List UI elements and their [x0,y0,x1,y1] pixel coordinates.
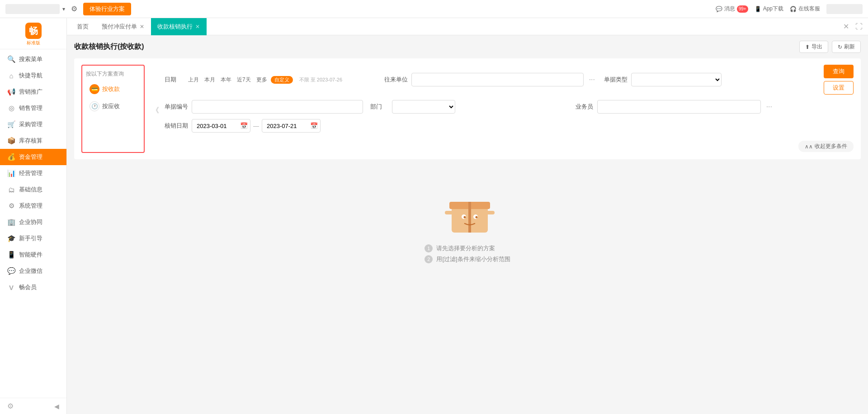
dept-select[interactable] [392,100,455,114]
collapse-more-label: 收起更多条件 [815,143,847,150]
date-custom-tag[interactable]: 自定义 [271,76,293,84]
content-area: 首页 预付冲应付单 ✕ 收款核销执行 ✕ ✕ ⛶ 收款核销执行(按收款) [67,18,868,414]
sidebar-item-guide[interactable]: 🎓 新手引导 [0,230,66,247]
sidebar-item-basic[interactable]: 🗂 基础信息 [0,181,66,198]
counterpart-input[interactable] [411,73,584,86]
dept-label: 部门 [370,103,388,111]
basic-icon: 🗂 [7,186,15,194]
store-dropdown[interactable]: ▾ [62,6,65,12]
marketing-icon: 📢 [7,88,15,96]
page-header: 收款核销执行(按收款) ⬆ 导出 ↻ 刷新 [74,41,861,53]
query-buttons: 查询 设置 [824,65,854,95]
settings-icon[interactable]: ⚙ [68,3,80,15]
sidebar-logo: 畅 标准版 [0,18,66,49]
industry-button[interactable]: 体验行业方案 [83,3,131,15]
tab-prepay[interactable]: 预付冲应付单 ✕ [95,18,151,35]
tab-collection-close[interactable]: ✕ [195,24,200,30]
export-label: 导出 [811,43,822,51]
member-icon: V [7,284,15,291]
refresh-button[interactable]: ↻ 刷新 [832,41,861,53]
filter-option-receivable-label: 按应收 [102,102,120,110]
sidebar-item-business[interactable]: 📊 经营管理 [0,165,66,181]
dept-field: 部门 [370,100,569,114]
staff-input[interactable] [597,100,760,114]
writeoff-end-calendar-icon[interactable]: 📅 [310,122,318,129]
date-7-days[interactable]: 近7天 [235,76,253,84]
search-icon: 🔍 [7,55,15,63]
sidebar-label-basic: 基础信息 [19,186,42,194]
sidebar-item-hardware[interactable]: 📱 智能硬件 [0,247,66,263]
online-service-item[interactable]: 🎧 在线客服 [790,5,820,13]
filter-panel: 按以下方案查询 💳 按收款 🕐 按应收 《 [74,58,861,159]
tab-expand-icon[interactable]: ⛶ [854,21,864,33]
app-download-item[interactable]: 📱 App下载 [755,5,783,13]
sidebar-collapse-icon[interactable]: ◀ [54,403,59,410]
filter-row-1: 日期 上月 本月 本年 近7天 更多 自定义 不限 至 2023-07-26 [165,65,854,95]
tab-home[interactable]: 首页 [71,18,95,35]
enterprise-icon: 🏢 [7,218,15,226]
receivable-option-icon: 🕐 [90,101,99,111]
sidebar-item-marketing[interactable]: 📢 营销推广 [0,84,66,100]
sidebar-item-system[interactable]: ⚙ 系统管理 [0,198,66,214]
guide-icon: 🎓 [7,234,15,243]
tab-collection[interactable]: 收款核销执行 ✕ [151,18,207,35]
message-badge: 99+ [737,5,748,13]
doc-no-input[interactable] [192,100,363,114]
sidebar-item-member[interactable]: V 畅会员 [0,279,66,295]
svg-rect-2 [468,202,471,233]
sidebar-label-marketing: 营销推广 [19,88,42,96]
sidebar-item-purchase[interactable]: 🛒 采购管理 [0,116,66,133]
tab-prepay-close[interactable]: ✕ [140,24,144,30]
tab-close-all-icon[interactable]: ✕ [841,20,851,33]
sidebar-menu: 🔍 搜索菜单 ⌂ 快捷导航 📢 营销推广 ◎ 销售管理 🛒 采购管理 📦 库 [0,49,66,398]
filter-option-collection[interactable]: 💳 按收款 [86,81,140,97]
staff-dots[interactable]: ··· [764,103,774,111]
export-button[interactable]: ⬆ 导出 [799,41,828,53]
filter-form: 日期 上月 本月 本年 近7天 更多 自定义 不限 至 2023-07-26 [165,65,854,153]
sidebar-item-quick-nav[interactable]: ⌂ 快捷导航 [0,67,66,84]
filter-collapse-button[interactable]: 《 [152,68,159,153]
doc-no-field: 单据编号 [165,100,363,114]
collapse-more: ∧∧ 收起更多条件 [165,138,854,153]
doc-type-select[interactable] [631,73,722,86]
counterpart-dots[interactable]: ··· [587,76,597,84]
user-avatar[interactable] [826,4,863,14]
query-button[interactable]: 查询 [824,65,854,78]
message-icon: 💬 [716,6,722,12]
sidebar-label-finance: 资金管理 [19,153,42,161]
filter-row-2: 单据编号 部门 业务员 ··· [165,100,854,114]
svg-rect-7 [445,211,453,214]
collapse-more-button[interactable]: ∧∧ 收起更多条件 [798,141,854,152]
message-item[interactable]: 💬 消息 99+ [716,5,748,13]
date-this-year[interactable]: 本年 [219,76,233,84]
top-bar: ▾ ⚙ 体验行业方案 💬 消息 99+ 📱 App下载 🎧 在线客服 [0,0,868,18]
sidebar-label-sales: 销售管理 [19,104,42,112]
date-this-month[interactable]: 本月 [203,76,217,84]
sidebar-label-system: 系统管理 [19,202,42,210]
sidebar-item-enterprise[interactable]: 🏢 企业协同 [0,214,66,230]
top-bar-right: 💬 消息 99+ 📱 App下载 🎧 在线客服 [716,4,863,14]
sidebar-item-wechat[interactable]: 💬 企业微信 [0,263,66,279]
date-more[interactable]: 更多 [255,76,269,84]
setting-button[interactable]: 设置 [824,81,854,95]
staff-field: 业务员 ··· [576,100,774,114]
date-label: 日期 [165,76,183,84]
doc-type-field: 单据类型 [604,73,816,86]
sidebar-item-sales[interactable]: ◎ 销售管理 [0,100,66,116]
wechat-icon: 💬 [7,267,15,275]
sidebar-item-search[interactable]: 🔍 搜索菜单 [0,51,66,67]
sidebar-item-finance[interactable]: 💰 资金管理 [0,149,66,165]
export-icon: ⬆ [805,44,810,50]
writeoff-start-calendar-icon[interactable]: 📅 [240,122,248,129]
bottom-settings-icon[interactable]: ⚙ [7,402,14,410]
date-last-month[interactable]: 上月 [186,76,201,84]
hint-num-1: 1 [425,244,433,252]
filter-option-collection-label: 按收款 [102,85,120,93]
svg-point-5 [464,216,466,219]
page-actions: ⬆ 导出 ↻ 刷新 [799,41,861,53]
sales-icon: ◎ [7,104,15,112]
sidebar-item-inventory[interactable]: 📦 库存核算 [0,133,66,149]
filter-option-receivable[interactable]: 🕐 按应收 [86,99,140,114]
counterpart-label: 往来单位 [384,76,408,84]
sidebar-label-inventory: 库存核算 [19,137,42,145]
